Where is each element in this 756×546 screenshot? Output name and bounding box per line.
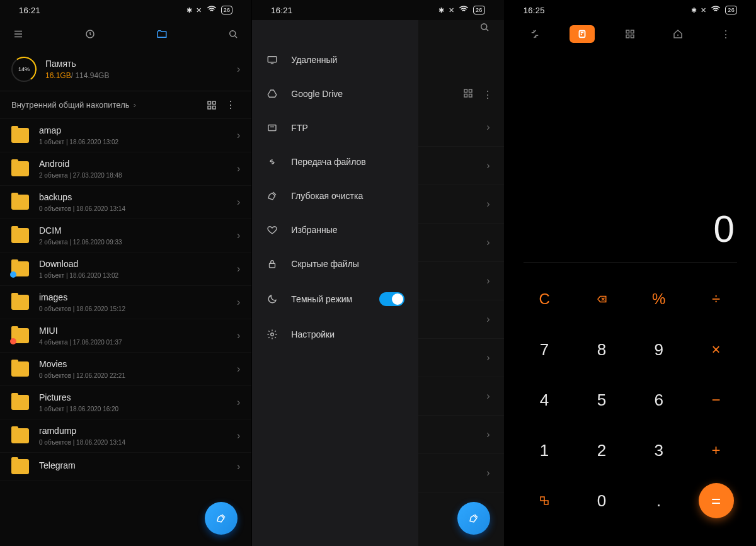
key-6[interactable]: 6 [630, 375, 687, 425]
gdrive-icon [266, 88, 278, 100]
key-3[interactable]: 3 [630, 425, 687, 475]
key-%[interactable]: % [630, 274, 687, 324]
drawer-item[interactable]: FTP [252, 111, 418, 145]
monitor-icon [266, 54, 278, 65]
display-value: 0 [714, 207, 735, 251]
drawer-item[interactable]: Избранные [252, 213, 418, 247]
more-icon[interactable]: ⋮ [221, 99, 240, 111]
folder-icon [11, 395, 29, 410]
bluetooth-icon: ✱ [186, 6, 192, 14]
key-+[interactable]: + [687, 425, 745, 475]
chevron-right-icon: › [237, 430, 240, 441]
drawer-item[interactable]: Скрытые файлы [252, 247, 418, 281]
folder-list[interactable]: amap 1 объект | 18.06.2020 13:02 › Andro… [0, 119, 251, 546]
folder-row[interactable]: Download 1 объект | 18.06.2020 13:02 › [0, 253, 251, 286]
svg-rect-4 [208, 106, 211, 109]
drawer-item[interactable]: Google Drive [252, 77, 418, 111]
chevron-right-icon: › [486, 352, 490, 363]
chevron-right-icon: › [486, 122, 490, 133]
search-icon[interactable] [418, 20, 504, 34]
storage-title: Память [45, 59, 237, 69]
svg-rect-18 [626, 35, 629, 38]
key-÷[interactable]: ÷ [687, 274, 745, 324]
folder-row[interactable]: Movies 0 объектов | 12.06.2020 22:21 › [0, 353, 251, 386]
drawer-item[interactable]: Передача файлов [252, 145, 418, 179]
svg-rect-21 [544, 501, 548, 504]
drawer-label: FTP [291, 123, 404, 133]
calculator-tab-icon[interactable] [570, 25, 595, 43]
clean-fab[interactable] [457, 502, 490, 535]
status-time: 16:21 [271, 6, 292, 15]
divider [524, 262, 737, 263]
clean-fab[interactable] [205, 502, 238, 535]
breadcrumb[interactable]: Внутренний общий накопитель› [11, 100, 202, 110]
collapse-icon[interactable] [522, 28, 547, 40]
folder-row[interactable]: ramdump 0 объектов | 18.06.2020 13:14 › [0, 419, 251, 453]
drawer-label: Передача файлов [291, 157, 404, 167]
key-9[interactable]: 9 [630, 324, 687, 375]
drawer-item[interactable]: Удаленный [252, 43, 418, 77]
folder-row[interactable]: Android 2 объекта | 27.03.2020 18:48 › [0, 152, 251, 186]
svg-rect-19 [631, 35, 634, 38]
svg-rect-12 [469, 89, 472, 93]
key-8[interactable]: 8 [573, 324, 630, 375]
folder-row[interactable]: Pictures 1 объект | 18.06.2020 16:20 › [0, 386, 251, 419]
breadcrumb-row: Внутренний общий накопитель› ⋮ [0, 91, 251, 119]
storage-ring: 14% [11, 57, 37, 82]
folder-tab-icon[interactable] [155, 27, 169, 41]
folder-meta: 0 объектов | 12.06.2020 22:21 [39, 372, 237, 379]
key-×[interactable]: × [687, 324, 745, 375]
key-5[interactable]: 5 [573, 375, 630, 425]
svg-rect-13 [464, 94, 467, 98]
wifi-icon [710, 4, 721, 16]
key-1[interactable]: 1 [516, 425, 573, 475]
folder-row[interactable]: amap 1 объект | 18.06.2020 13:02 › [0, 119, 251, 152]
key-0[interactable]: 0 [573, 475, 630, 526]
keypad: C%÷789×456−123+0.= [505, 269, 756, 541]
drawer-item[interactable]: Настройки [252, 317, 418, 351]
converter-tab-icon[interactable] [617, 28, 643, 40]
key-.[interactable]: . [630, 475, 687, 526]
search-icon[interactable] [226, 27, 240, 41]
chevron-right-icon: › [237, 297, 240, 308]
key-=[interactable]: = [699, 483, 734, 518]
more-icon[interactable]: ⋮ [713, 28, 738, 40]
mortgage-tab-icon[interactable] [665, 28, 690, 40]
key-7[interactable]: 7 [516, 324, 573, 375]
more-icon[interactable]: ⋮ [483, 89, 493, 101]
grid-view-icon[interactable] [462, 88, 474, 101]
drawer-item[interactable]: Глубокая очистка [252, 179, 418, 213]
folder-row[interactable]: images 0 объектов | 18.06.2020 15:12 › [0, 286, 251, 319]
folder-icon [11, 428, 29, 443]
key-C[interactable]: C [516, 274, 573, 324]
dark-mode-toggle[interactable] [379, 292, 404, 306]
folder-icon [11, 261, 29, 276]
svg-point-10 [481, 24, 486, 30]
folder-icon [11, 161, 29, 176]
recent-icon[interactable] [83, 27, 97, 41]
storage-card[interactable]: 14% Память 16.1GB/ 114.94GB › [0, 48, 251, 91]
list-item: › [418, 224, 504, 262]
folder-row[interactable]: DCIM 2 объекта | 12.06.2020 09:33 › [0, 219, 251, 253]
heart-icon [266, 224, 278, 236]
key-4[interactable]: 4 [516, 375, 573, 425]
drawer-item[interactable]: Темный режим [252, 281, 418, 317]
folder-row[interactable]: Telegram › [0, 453, 251, 481]
status-bar: 16:25 ✱ ✕ 26 [505, 0, 756, 20]
storage-used: 16.1GB [45, 71, 71, 80]
key-−[interactable]: − [687, 375, 745, 425]
folder-row[interactable]: MIUI 4 объекта | 17.06.2020 01:37 › [0, 319, 251, 353]
chevron-right-icon: › [237, 230, 240, 241]
folder-row[interactable]: backups 0 объектов | 18.06.2020 13:14 › [0, 186, 251, 219]
folder-name: Telegram [39, 460, 237, 470]
drawer-scrim[interactable]: ⋮ ›››››››››› [418, 20, 504, 546]
key-2[interactable]: 2 [573, 425, 630, 475]
folder-meta: 2 объекта | 12.06.2020 09:33 [39, 239, 237, 246]
folder-name: Movies [39, 359, 237, 369]
folder-meta: 2 объекта | 27.03.2020 18:48 [39, 172, 237, 179]
key-⇄[interactable] [516, 475, 573, 526]
grid-view-icon[interactable] [202, 100, 221, 111]
drawer-label: Удаленный [291, 55, 404, 65]
key-⌫[interactable] [573, 274, 630, 324]
menu-icon[interactable] [11, 27, 25, 41]
